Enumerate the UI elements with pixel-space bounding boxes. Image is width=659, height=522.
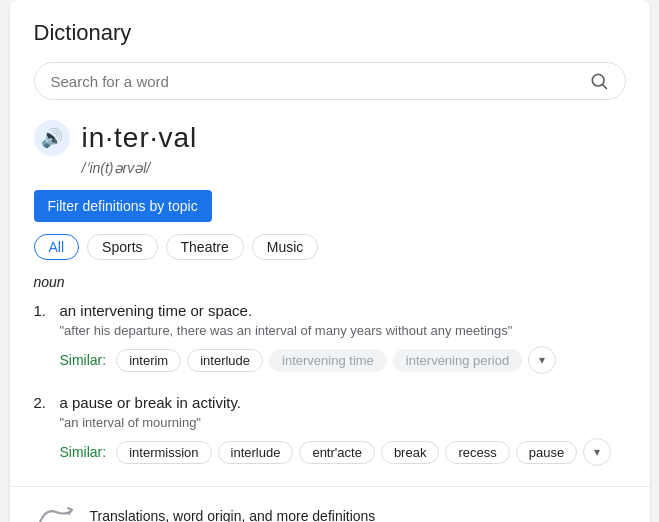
def-text: a pause or break in activity. bbox=[60, 394, 612, 411]
def-content: an intervening time or space."after his … bbox=[60, 302, 557, 374]
topic-tag[interactable]: Sports bbox=[87, 234, 157, 260]
translations-text: Translations, word origin, and more defi… bbox=[90, 508, 376, 522]
phonetic: /ˈin(t)ərvəl/ bbox=[82, 160, 626, 176]
similar-row: Similar:intermissioninterludeentr'actebr… bbox=[60, 438, 612, 466]
similar-tag[interactable]: intervening time bbox=[269, 349, 387, 372]
topic-tag[interactable]: Music bbox=[252, 234, 319, 260]
search-button[interactable] bbox=[589, 71, 609, 91]
similar-tag[interactable]: break bbox=[381, 441, 440, 464]
similar-tag[interactable]: interim bbox=[116, 349, 181, 372]
def-example: "an interval of mourning" bbox=[60, 415, 612, 430]
svg-point-0 bbox=[592, 74, 604, 86]
dictionary-card: Dictionary 🔊 in·ter·val /ˈin(t)ərvəl/ Fi… bbox=[10, 0, 650, 522]
filter-button[interactable]: Filter definitions by topic bbox=[34, 190, 212, 222]
word-section: 🔊 in·ter·val bbox=[34, 120, 626, 156]
similar-tag[interactable]: interlude bbox=[218, 441, 294, 464]
def-content: a pause or break in activity."an interva… bbox=[60, 394, 612, 466]
similar-tag[interactable]: intermission bbox=[116, 441, 211, 464]
def-number: 1. bbox=[34, 302, 56, 374]
search-bar bbox=[34, 62, 626, 100]
topic-tag[interactable]: All bbox=[34, 234, 80, 260]
expand-similar-button[interactable]: ▾ bbox=[528, 346, 556, 374]
def-number: 2. bbox=[34, 394, 56, 466]
similar-tag[interactable]: pause bbox=[516, 441, 577, 464]
def-example: "after his departure, there was an inter… bbox=[60, 323, 557, 338]
similar-row: Similar:interiminterludeintervening time… bbox=[60, 346, 557, 374]
definition-item: 2.a pause or break in activity."an inter… bbox=[34, 394, 626, 466]
topic-tag[interactable]: Theatre bbox=[166, 234, 244, 260]
similar-label: Similar: bbox=[60, 444, 107, 460]
pos-label: noun bbox=[34, 274, 626, 290]
definition-item: 1.an intervening time or space."after hi… bbox=[34, 302, 626, 374]
svg-line-1 bbox=[602, 85, 606, 89]
page-title: Dictionary bbox=[34, 20, 626, 46]
word-display: in·ter·val bbox=[82, 122, 198, 154]
arrow-icon bbox=[34, 501, 78, 522]
speaker-icon: 🔊 bbox=[41, 127, 63, 149]
similar-tag[interactable]: recess bbox=[445, 441, 509, 464]
definitions-list: 1.an intervening time or space."after hi… bbox=[34, 302, 626, 466]
similar-label: Similar: bbox=[60, 352, 107, 368]
similar-tag[interactable]: entr'acte bbox=[299, 441, 374, 464]
similar-tag[interactable]: interlude bbox=[187, 349, 263, 372]
search-icon bbox=[589, 71, 609, 91]
search-input[interactable] bbox=[51, 73, 589, 90]
translations-row[interactable]: Translations, word origin, and more defi… bbox=[34, 487, 626, 522]
expand-similar-button[interactable]: ▾ bbox=[583, 438, 611, 466]
similar-tag[interactable]: intervening period bbox=[393, 349, 522, 372]
def-text: an intervening time or space. bbox=[60, 302, 557, 319]
topic-tags: AllSportsTheatreMusic bbox=[34, 234, 626, 260]
speaker-button[interactable]: 🔊 bbox=[34, 120, 70, 156]
